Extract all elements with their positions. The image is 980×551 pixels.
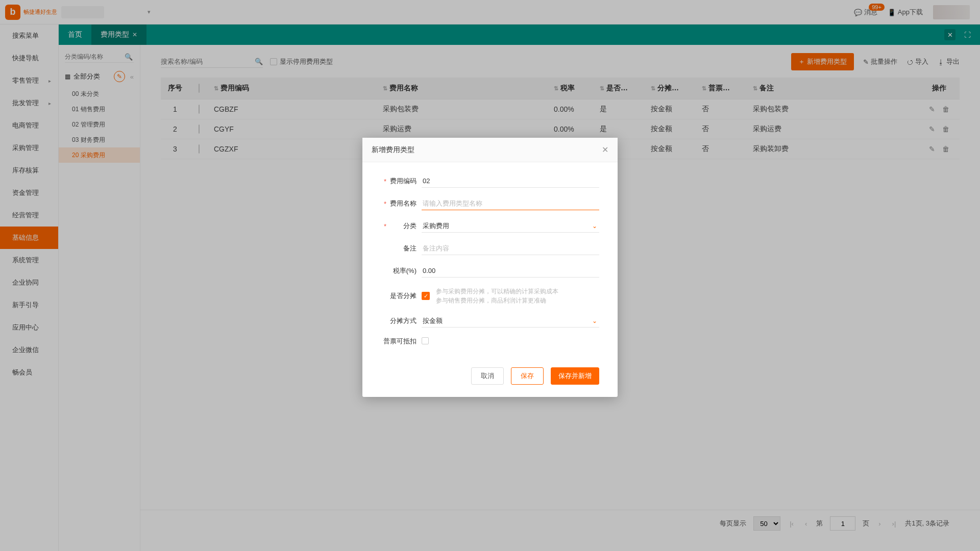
modal-overlay: 新增费用类型 ✕ 费用编码 费用名称 分类 ⌄ 备注 — [0, 0, 980, 551]
name-label: 费用名称 — [381, 199, 422, 208]
code-input[interactable] — [422, 174, 599, 188]
deduct-checkbox[interactable] — [422, 337, 429, 344]
save-and-new-button[interactable]: 保存并新增 — [551, 367, 599, 385]
close-icon[interactable]: ✕ — [602, 145, 608, 155]
deduct-label: 普票可抵扣 — [381, 337, 422, 346]
category-label: 分类 — [381, 221, 422, 231]
alloc-label: 是否分摊 — [381, 291, 422, 300]
cancel-button[interactable]: 取消 — [471, 367, 504, 385]
modal-title: 新增费用类型 — [372, 145, 414, 155]
rate-label: 税率(%) — [381, 266, 422, 276]
method-label: 分摊方式 — [381, 316, 422, 325]
name-input[interactable] — [422, 197, 599, 210]
add-expense-type-modal: 新增费用类型 ✕ 费用编码 费用名称 分类 ⌄ 备注 — [362, 138, 618, 397]
remark-label: 备注 — [381, 244, 422, 253]
save-button[interactable]: 保存 — [511, 367, 544, 385]
method-select[interactable]: ⌄ — [422, 314, 599, 328]
chevron-down-icon: ⌄ — [592, 317, 597, 324]
alloc-checkbox[interactable]: ✓ — [422, 292, 430, 300]
category-select[interactable]: ⌄ — [422, 219, 599, 233]
chevron-down-icon: ⌄ — [592, 222, 597, 230]
alloc-hint: 参与采购费用分摊，可以精确的计算采购成本 参与销售费用分摊，商品利润计算更准确 — [436, 287, 558, 305]
rate-input[interactable] — [422, 264, 599, 278]
code-label: 费用编码 — [381, 177, 422, 186]
remark-input[interactable] — [422, 242, 599, 255]
